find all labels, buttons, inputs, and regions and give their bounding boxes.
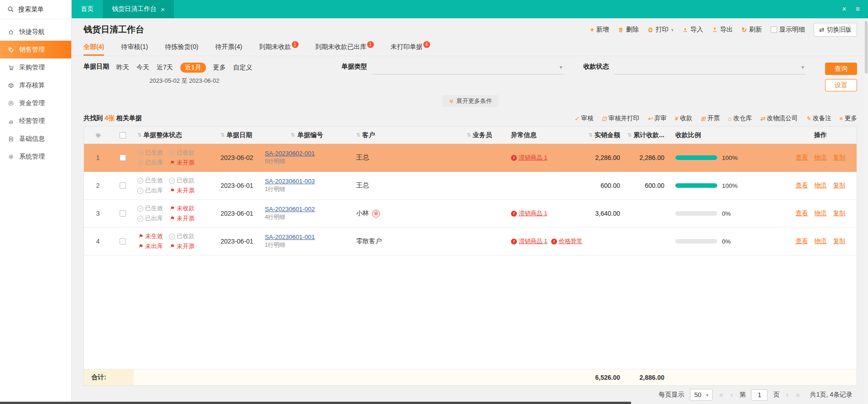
table-row[interactable]: 3 已生效 未收款 已出库 未开票 2023-06-01 SA-20230601… bbox=[84, 200, 857, 228]
close-all-tabs-icon[interactable]: × bbox=[842, 5, 846, 13]
date-option-custom[interactable]: 自定义 bbox=[233, 64, 253, 72]
table-row[interactable]: 1 已生效 已收款 已出库 未开票 2023-06-02 SA-20230602… bbox=[84, 144, 857, 172]
exception-link[interactable]: 滞销商品 1 bbox=[519, 209, 547, 218]
query-button[interactable]: 查询 bbox=[825, 63, 857, 75]
import-button[interactable]: 导入 bbox=[682, 26, 703, 34]
last-page-button[interactable]: » bbox=[795, 391, 801, 399]
switch-old-version-button[interactable]: ⇄ 切换旧版 bbox=[814, 23, 857, 37]
doc-number-link[interactable]: SA-20230602-001 bbox=[265, 150, 315, 157]
first-page-button[interactable]: « bbox=[718, 391, 724, 399]
date-option-today[interactable]: 今天 bbox=[137, 64, 149, 72]
sidebar-item-sales[interactable]: 销售管理 bbox=[0, 41, 71, 58]
table-row[interactable]: 4 未生效 已收款 未出库 未开票 2023-06-01 SA-20230601… bbox=[84, 228, 857, 255]
tab-home[interactable]: 首页 bbox=[72, 0, 103, 18]
change-remark-button[interactable]: 改备注 bbox=[806, 114, 831, 122]
copy-link[interactable]: 复制 bbox=[833, 237, 846, 245]
sidebar-item-funds[interactable]: 资金管理 bbox=[0, 94, 71, 112]
audit-button[interactable]: 审核 bbox=[574, 114, 594, 122]
col-header-customer[interactable]: ⇅客户 bbox=[352, 127, 463, 144]
settings-button[interactable]: 设置 bbox=[825, 79, 857, 91]
view-link[interactable]: 查看 bbox=[796, 237, 808, 245]
date-range-value[interactable]: 2023-05-02 至 2023-06-02 bbox=[116, 77, 253, 85]
invoice-button[interactable]: 开票 bbox=[700, 114, 720, 122]
scrollbar-thumb[interactable] bbox=[865, 21, 868, 74]
per-page-select[interactable]: 50 ▾ bbox=[690, 389, 713, 401]
logistics-link[interactable]: 物流 bbox=[815, 181, 827, 190]
abandon-audit-button[interactable]: 弃审 bbox=[647, 114, 667, 122]
logistics-link[interactable]: 物流 bbox=[815, 209, 827, 218]
page-number-input[interactable] bbox=[751, 389, 768, 401]
logistics-link[interactable]: 物流 bbox=[815, 237, 827, 245]
view-link[interactable]: 查看 bbox=[796, 154, 808, 162]
expand-more-button[interactable]: 展开更多条件 bbox=[442, 95, 499, 107]
status-tab-pending-invoice[interactable]: 待开票(4) bbox=[215, 43, 242, 56]
status-tab-pending-pick[interactable]: 待拣验货(0) bbox=[165, 43, 198, 56]
col-header-amount[interactable]: ⇅实销金额 bbox=[582, 127, 624, 144]
col-header-date[interactable]: ⇅单据日期 bbox=[217, 127, 261, 144]
export-button[interactable]: 导出 bbox=[712, 26, 733, 34]
sidebar-item-basic-info[interactable]: 基础信息 bbox=[0, 130, 71, 148]
add-button[interactable]: + 新增 bbox=[590, 26, 609, 34]
sidebar-item-system[interactable]: 系统管理 bbox=[0, 148, 71, 165]
col-header-salesman[interactable]: ⇅业务员 bbox=[463, 127, 507, 144]
delete-button[interactable]: 删除 bbox=[618, 26, 639, 34]
show-detail-toggle[interactable]: 显示明细 bbox=[771, 26, 805, 34]
exception-link[interactable]: 滞销商品 1 bbox=[519, 154, 547, 162]
col-header-number[interactable]: ⇅单据编号 bbox=[261, 127, 352, 144]
menu-search[interactable]: 搜索菜单 bbox=[0, 0, 71, 19]
copy-link[interactable]: 复制 bbox=[833, 154, 846, 162]
row-checkbox[interactable] bbox=[120, 154, 126, 161]
col-header-ops[interactable]: 操作 bbox=[784, 127, 857, 144]
status-tab-unprinted[interactable]: 未打印单据4 bbox=[391, 43, 430, 56]
view-link[interactable]: 查看 bbox=[796, 181, 808, 190]
row-checkbox[interactable] bbox=[120, 238, 126, 245]
payment-status-select[interactable]: ▾ bbox=[615, 63, 806, 74]
view-link[interactable]: 查看 bbox=[796, 209, 808, 218]
tab-workbench[interactable]: 钱货日清工作台 × bbox=[103, 0, 174, 18]
next-page-button[interactable]: › bbox=[785, 391, 789, 399]
doc-number-link[interactable]: SA-20230601-001 bbox=[265, 234, 315, 240]
print-button[interactable]: 打印 ▾ bbox=[647, 26, 673, 34]
exception-link[interactable]: 价格异常 bbox=[559, 237, 583, 245]
col-header-received[interactable]: ⇅累计收款... bbox=[624, 127, 668, 144]
show-detail-checkbox[interactable] bbox=[771, 27, 777, 33]
sidebar-item-inventory[interactable]: 库存核算 bbox=[0, 76, 71, 94]
tab-list-menu-icon[interactable]: ≡ bbox=[856, 5, 860, 13]
col-header-ratio[interactable]: ⇅收款比例 bbox=[668, 127, 784, 144]
column-settings-gear-icon[interactable] bbox=[84, 127, 112, 144]
tab-close-icon[interactable]: × bbox=[161, 5, 165, 13]
change-warehouse-button[interactable]: 改仓库 bbox=[728, 114, 752, 122]
doc-number-link[interactable]: SA-20230601-003 bbox=[265, 178, 315, 185]
doc-type-select[interactable]: ▾ bbox=[373, 63, 564, 74]
receive-payment-button[interactable]: 收款 bbox=[675, 114, 692, 122]
col-header-status[interactable]: ⇅单据整体状态 bbox=[134, 127, 217, 144]
row-checkbox[interactable] bbox=[120, 182, 126, 189]
sidebar-item-operations[interactable]: 经营管理 bbox=[0, 112, 71, 130]
audit-print-button[interactable]: 审核并打印 bbox=[602, 114, 639, 122]
vertical-scrollbar[interactable] bbox=[864, 18, 868, 404]
doc-number-link[interactable]: SA-20230601-002 bbox=[265, 206, 315, 213]
status-tab-all[interactable]: 全部(4) bbox=[84, 43, 104, 56]
status-tab-overdue-unpaid[interactable]: 到期未收款1 bbox=[259, 43, 299, 56]
exception-link[interactable]: 滞销商品 1 bbox=[519, 237, 547, 245]
col-header-exception[interactable]: ⇅异常信息 bbox=[507, 127, 582, 144]
date-option-last-month[interactable]: 近1月 bbox=[180, 63, 206, 73]
status-tab-pending-audit[interactable]: 待审核(1) bbox=[121, 43, 148, 56]
copy-link[interactable]: 复制 bbox=[833, 181, 846, 190]
date-option-last7days[interactable]: 近7天 bbox=[157, 64, 173, 72]
copy-link[interactable]: 复制 bbox=[833, 209, 846, 218]
select-all-checkbox[interactable] bbox=[120, 132, 126, 138]
date-option-more[interactable]: 更多 bbox=[213, 64, 226, 72]
logistics-link[interactable]: 物流 bbox=[815, 154, 827, 162]
sidebar-item-purchase[interactable]: 采购管理 bbox=[0, 58, 71, 76]
prev-page-button[interactable]: ‹ bbox=[730, 391, 734, 399]
status-tab-overdue-shipped[interactable]: 到期未收款已出库1 bbox=[316, 43, 374, 56]
date-option-yesterday[interactable]: 昨天 bbox=[116, 64, 129, 72]
sidebar-item-quick-nav[interactable]: 快捷导航 bbox=[0, 23, 71, 41]
refresh-button[interactable]: ↻ 刷新 bbox=[742, 26, 762, 34]
change-logistics-button[interactable]: 改物流公司 bbox=[760, 114, 798, 122]
more-actions-button[interactable]: 更多 bbox=[839, 114, 857, 122]
table-row[interactable]: 2 已生效 已收款 已出库 未开票 2023-06-01 SA-20230601… bbox=[84, 172, 857, 200]
horizontal-scrollbar-thumb[interactable] bbox=[0, 402, 631, 404]
row-checkbox[interactable] bbox=[120, 210, 126, 217]
